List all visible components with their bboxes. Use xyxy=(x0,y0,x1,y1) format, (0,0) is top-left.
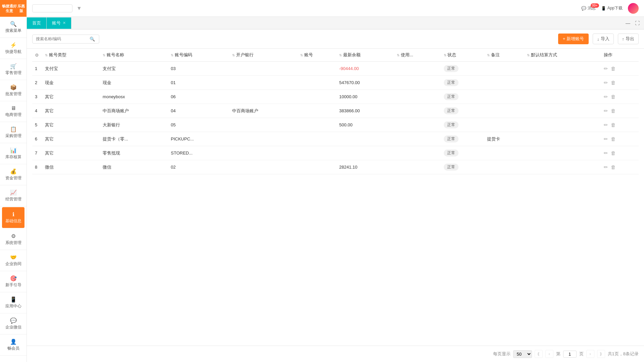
sidebar-item-purchase[interactable]: 📋 采购管理 xyxy=(0,122,26,143)
sidebar-item-inventory[interactable]: 📊 库存核算 xyxy=(0,143,26,164)
export-button[interactable]: ↑ 导出 xyxy=(618,34,639,44)
col-usage-header[interactable]: ⇅ 使用... xyxy=(394,49,441,62)
col-name-header[interactable]: ⇅ 账号名称 xyxy=(100,49,168,62)
total-label: 共1页，8条记录 xyxy=(608,351,639,357)
cell-status-7: 正常 xyxy=(441,160,485,174)
edit-icon-0[interactable]: ✏ xyxy=(604,66,608,72)
delete-icon-2[interactable]: 🗑 xyxy=(611,94,616,100)
sidebar-item-wholesale[interactable]: 📦 批发管理 xyxy=(0,80,26,101)
system-icon: ⚙ xyxy=(1,233,25,239)
edit-icon-7[interactable]: ✏ xyxy=(604,164,608,170)
delete-icon-5[interactable]: 🗑 xyxy=(611,136,616,142)
tab-minimize-button[interactable]: — xyxy=(624,19,632,27)
search-nav-icon: 🔍 xyxy=(1,21,25,27)
next-page-button[interactable]: › xyxy=(586,350,594,358)
main-area: ▼ 💬 消息 99+ 📱 App下载 首页 账号 ✕ — ⛶ xyxy=(27,0,644,362)
sidebar-item-quick-nav[interactable]: ⚡ 快捷导航 xyxy=(0,38,26,59)
add-account-button[interactable]: + 新增账号 xyxy=(558,34,589,44)
sidebar-item-members[interactable]: 👤 畅会员 xyxy=(0,335,26,356)
operations-icon: 📈 xyxy=(1,189,25,196)
cell-no-3: 4 xyxy=(32,104,42,118)
cell-account-6 xyxy=(298,146,336,160)
tab-close-icon[interactable]: ✕ xyxy=(63,21,66,25)
cell-code-2: 06 xyxy=(168,90,229,104)
cell-type-4: 其它 xyxy=(42,118,100,132)
sidebar-item-guide[interactable]: 🎯 新手引导 xyxy=(0,271,26,292)
dropdown-icon[interactable]: ▼ xyxy=(76,5,82,11)
cell-name-5: 提货卡（零... xyxy=(100,132,168,146)
import-button[interactable]: ↓ 导入 xyxy=(593,34,614,44)
sidebar-item-search[interactable]: 🔍 搜索菜单 xyxy=(0,17,26,38)
edit-icon-6[interactable]: ✏ xyxy=(604,150,608,156)
sidebar-item-ecommerce[interactable]: 🖥 电商管理 xyxy=(0,101,26,122)
sidebar-item-label: 经营管理 xyxy=(1,196,25,202)
page-text-label: 第 xyxy=(556,351,560,357)
sidebar-item-enterprise[interactable]: 🤝 企业协同 xyxy=(0,250,26,271)
top-search-input[interactable] xyxy=(32,4,72,12)
col-remark-header[interactable]: ⇅ 备注 xyxy=(484,49,524,62)
cell-bank-2 xyxy=(229,90,298,104)
sidebar-item-app-center[interactable]: 📱 应用中心 xyxy=(0,292,26,313)
tab-home[interactable]: 首页 xyxy=(27,17,47,29)
sidebar-item-enterprise-wx[interactable]: 💬 企业微信 xyxy=(0,313,26,335)
search-input[interactable] xyxy=(36,37,90,41)
delete-icon-6[interactable]: 🗑 xyxy=(611,150,616,156)
cell-no-5: 6 xyxy=(32,132,42,146)
delete-icon-7[interactable]: 🗑 xyxy=(611,164,616,170)
edit-icon-1[interactable]: ✏ xyxy=(604,80,608,86)
ecommerce-icon: 🖥 xyxy=(1,105,25,111)
cell-account-4 xyxy=(298,118,336,132)
delete-icon-4[interactable]: 🗑 xyxy=(611,122,616,128)
search-icon: 🔍 xyxy=(90,37,95,42)
cell-no-1: 2 xyxy=(32,76,42,90)
delete-icon-1[interactable]: 🗑 xyxy=(611,80,616,86)
cell-settlement-5 xyxy=(524,132,601,146)
first-page-button[interactable]: ⟪ xyxy=(535,350,543,358)
cell-remark-3 xyxy=(484,104,524,118)
col-type-header[interactable]: ⇅ 账号类型 xyxy=(42,49,100,62)
col-balance-header[interactable]: ⇅ 最新余额 xyxy=(336,49,394,62)
cell-actions-2: ✏ 🗑 xyxy=(601,90,639,104)
sidebar-item-system[interactable]: ⚙ 系统管理 xyxy=(0,229,26,250)
basic-info-icon: ℹ xyxy=(3,211,23,218)
col-status-header[interactable]: ⇅ 状态 xyxy=(441,49,485,62)
delete-icon-0[interactable]: 🗑 xyxy=(611,66,616,72)
prev-page-button[interactable]: ‹ xyxy=(545,350,553,358)
table-row: 8 微信 微信 02 28241.10 正常 ✏ 🗑 xyxy=(32,160,639,174)
message-button[interactable]: 💬 消息 99+ xyxy=(581,5,596,11)
message-badge: 99+ xyxy=(591,3,599,8)
tab-bar: 首页 账号 ✕ — ⛶ xyxy=(27,17,644,29)
avatar[interactable] xyxy=(628,3,639,14)
accounts-table: ⚙ ⇅ 账号类型 ⇅ 账号名称 ⇅ 账号编码 ⇅ 开户银行 ⇅ 账号 ⇅ 最新余… xyxy=(32,49,639,174)
cell-name-7: 微信 xyxy=(100,160,168,174)
edit-icon-2[interactable]: ✏ xyxy=(604,94,608,100)
sidebar-item-finance[interactable]: 💰 资金管理 xyxy=(0,164,26,185)
page-size-select[interactable]: 50 100 200 xyxy=(513,350,532,358)
cell-usage-7 xyxy=(394,160,441,174)
retail-icon: 🛒 xyxy=(1,63,25,69)
col-bank-header[interactable]: ⇅ 开户银行 xyxy=(229,49,298,62)
app-download-button[interactable]: 📱 App下载 xyxy=(601,5,623,11)
sidebar: 畅捷通好生意 乐惠版 🔍 搜索菜单 ⚡ 快捷导航 🛒 零售管理 📦 批发管理 🖥… xyxy=(0,0,27,362)
edit-icon-3[interactable]: ✏ xyxy=(604,108,608,114)
sidebar-item-label: 库存核算 xyxy=(1,154,25,160)
sidebar-item-label: 畅会员 xyxy=(1,346,25,351)
col-account-header[interactable]: ⇅ 账号 xyxy=(298,49,336,62)
col-settings-header[interactable]: ⚙ xyxy=(32,49,42,62)
last-page-button[interactable]: ⟫ xyxy=(597,350,605,358)
cell-actions-5: ✏ 🗑 xyxy=(601,132,639,146)
sidebar-item-basic-info[interactable]: ℹ 基础信息 xyxy=(2,207,24,228)
col-code-header[interactable]: ⇅ 账号编码 xyxy=(168,49,229,62)
sidebar-item-retail[interactable]: 🛒 零售管理 xyxy=(0,59,26,80)
delete-icon-3[interactable]: 🗑 xyxy=(611,108,616,114)
edit-icon-4[interactable]: ✏ xyxy=(604,122,608,128)
cell-usage-4 xyxy=(394,118,441,132)
sidebar-item-operations[interactable]: 📈 经营管理 xyxy=(0,185,26,206)
message-icon: 💬 xyxy=(581,6,586,11)
edit-icon-5[interactable]: ✏ xyxy=(604,136,608,142)
cell-no-0: 1 xyxy=(32,62,42,76)
col-settlement-header[interactable]: ⇅ 默认结算方式 xyxy=(524,49,601,62)
page-number-input[interactable] xyxy=(563,351,577,358)
tab-accounts[interactable]: 账号 ✕ xyxy=(47,17,71,29)
tab-maximize-button[interactable]: ⛶ xyxy=(633,19,641,27)
